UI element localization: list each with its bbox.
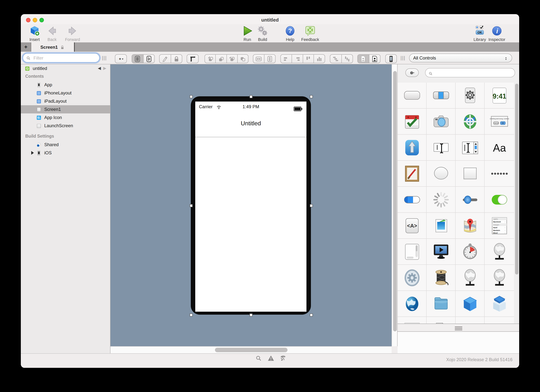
height-arrow-button[interactable]: [265, 55, 275, 63]
library-control-switch[interactable]: [485, 187, 514, 213]
hscroll-thumb[interactable]: [215, 348, 287, 352]
selection-handle[interactable]: [190, 204, 192, 207]
library-control-share-panel[interactable]: [398, 135, 427, 161]
library-control-progress-bar[interactable]: [398, 187, 427, 213]
selection-handle[interactable]: [250, 95, 253, 98]
library-control-label[interactable]: Aa: [485, 135, 514, 161]
library-control-segmented-control[interactable]: [427, 83, 455, 109]
library-control-canvas-control[interactable]: [398, 161, 427, 187]
sidebar-item-ipadlayout[interactable]: iPadLayout: [21, 97, 110, 105]
selection-handle[interactable]: [310, 204, 313, 207]
iphone-mockup[interactable]: Carrier 1:49 PM Untitled: [191, 96, 311, 315]
library-filter-dropdown[interactable]: All Controls: [409, 54, 512, 62]
library-control-date-time[interactable]: 9:41: [485, 83, 514, 109]
sidebar-item-screen1[interactable]: Screen1: [21, 105, 110, 113]
library-search-input[interactable]: [435, 70, 512, 76]
library-control-popup-list[interactable]: ApplesMacintosh›: [398, 317, 427, 324]
navigator-drag-handle[interactable]: |||: [102, 55, 107, 61]
library-control-url-connection[interactable]: [485, 239, 514, 265]
library-control-container-glass[interactable]: [485, 291, 514, 317]
lock-button[interactable]: [171, 55, 182, 63]
library-drag-handle[interactable]: |||: [400, 55, 405, 61]
layout-canvas[interactable]: Carrier 1:49 PM Untitled: [110, 64, 392, 346]
library-control-rectangle[interactable]: [455, 161, 485, 187]
warning-icon[interactable]: [267, 355, 275, 362]
library-control-map-viewer[interactable]: [455, 213, 485, 239]
library-control-udp-socket[interactable]: [485, 265, 514, 291]
library-search-field[interactable]: [425, 68, 515, 77]
tab-screen1[interactable]: Screen1: [31, 42, 74, 52]
library-control-container-control[interactable]: [455, 291, 485, 317]
library-control-window-control[interactable]: x□−: [485, 317, 514, 324]
library-control-settings-pane[interactable]: [455, 83, 485, 109]
library-control-html-viewer[interactable]: <A>: [398, 213, 427, 239]
selection-handle[interactable]: [310, 95, 313, 98]
library-control-date-picker[interactable]: [398, 109, 427, 135]
library-control-separator[interactable]: [485, 161, 514, 187]
sidebar-item-shared[interactable]: Shared: [21, 141, 110, 149]
canvas-vertical-scrollbar[interactable]: [392, 64, 398, 346]
orient-portrait-button[interactable]: [358, 55, 369, 63]
sidebar-item-app-icon[interactable]: App Icon: [21, 113, 110, 122]
vscroll-thumb[interactable]: [393, 71, 397, 331]
order-forward-button[interactable]: [216, 55, 227, 63]
device-phone-button[interactable]: [386, 55, 396, 63]
selection-handle[interactable]: [190, 95, 192, 98]
selection-handle[interactable]: [250, 313, 253, 316]
library-control-activity-indicator[interactable]: [427, 187, 455, 213]
align-histogram-button[interactable]: [314, 55, 325, 63]
space-vertical-button[interactable]: [342, 55, 353, 63]
space-horizontal-button[interactable]: [330, 55, 342, 63]
library-control-folder-item[interactable]: [427, 291, 455, 317]
library-control-text-area[interactable]: [455, 135, 485, 161]
library-control-push-button[interactable]: [398, 83, 427, 109]
sidebar-item-launchscreen[interactable]: LaunchScreen: [21, 122, 110, 130]
library-control-text-field[interactable]: [427, 135, 455, 161]
library-scroll-thumb[interactable]: [515, 84, 518, 275]
order-front-button[interactable]: [205, 55, 216, 63]
selection-handle[interactable]: [190, 313, 192, 316]
pencil-button[interactable]: [160, 55, 171, 63]
add-menu-button[interactable]: +: [115, 55, 126, 63]
view-grid-button[interactable]: [132, 55, 143, 63]
library-control-envelope[interactable]: [455, 317, 485, 324]
sidebar-item-app[interactable]: App: [21, 81, 110, 89]
feedback-button[interactable]: Feedback: [297, 25, 324, 42]
library-control-shell[interactable]: [398, 265, 427, 291]
library-control-scrollable-area[interactable]: [398, 239, 427, 265]
filter-input[interactable]: [33, 55, 96, 61]
orient-landscape-button[interactable]: [369, 55, 380, 63]
library-control-timer[interactable]: [455, 239, 485, 265]
library-control-image-viewer[interactable]: [427, 213, 455, 239]
inspector-button[interactable]: iInspector: [484, 25, 510, 42]
library-scrollbar[interactable]: [514, 83, 519, 324]
order-back-button[interactable]: [227, 55, 238, 63]
library-control-thread[interactable]: [427, 265, 455, 291]
sidebar-item-ios[interactable]: iOS: [21, 149, 110, 157]
library-control-oval[interactable]: [427, 161, 455, 187]
library-control-web-connection[interactable]: [398, 291, 427, 317]
disclosure-triangle[interactable]: [31, 151, 34, 155]
add-tab-button[interactable]: +: [21, 42, 31, 52]
canvas-horizontal-scrollbar[interactable]: [110, 346, 392, 353]
selection-handle[interactable]: [310, 313, 313, 316]
library-control-camera[interactable]: [427, 109, 455, 135]
view-doc-button[interactable]: [143, 55, 154, 63]
align-right-button[interactable]: [292, 55, 303, 63]
build-button[interactable]: Build: [249, 25, 276, 42]
project-row[interactable]: untitled◀ ▶: [21, 64, 110, 73]
library-control-movie-player[interactable]: [427, 239, 455, 265]
order-backward-button[interactable]: [238, 55, 248, 63]
width-arrow-button[interactable]: [253, 55, 265, 63]
feed-icon[interactable]: [280, 355, 287, 362]
history-arrows[interactable]: ◀ ▶: [98, 66, 106, 71]
search-icon[interactable]: [255, 355, 262, 362]
library-control-text-document[interactable]: [427, 317, 455, 324]
align-top-button[interactable]: [303, 55, 314, 63]
library-control-message-box[interactable]: Something went wrong. Continue?CancelOK: [485, 109, 514, 135]
ruler-button[interactable]: [187, 55, 198, 63]
library-control-location[interactable]: [455, 109, 485, 135]
library-splitter[interactable]: [398, 324, 519, 332]
library-control-slider[interactable]: [455, 187, 485, 213]
library-control-popup-menu[interactable]: ApplesMacintosh›OrangesNavel›Mandarin›Bl…: [485, 213, 514, 239]
